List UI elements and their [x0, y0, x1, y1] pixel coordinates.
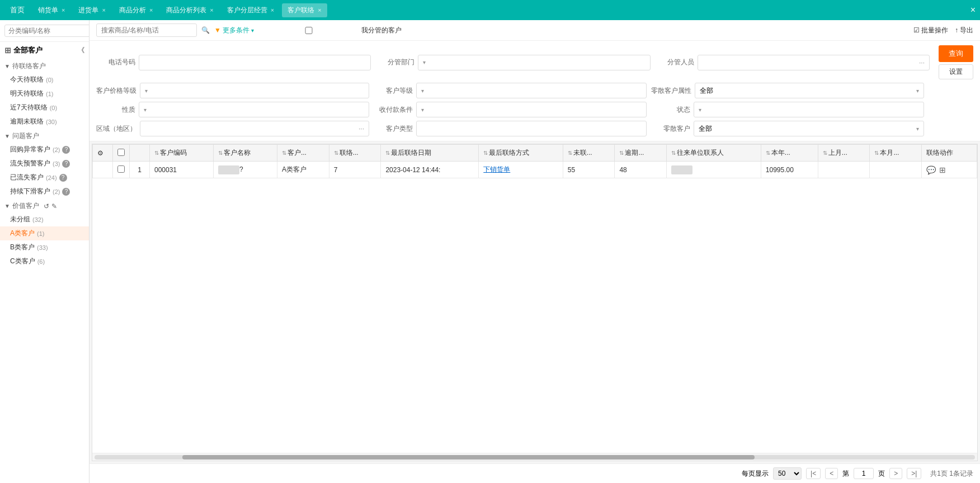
- sidebar: 🔍 ⊞ 全部客户 《 ▼ 待联络客户 今天待联络 (0) 明天待联络 (1) 近…: [0, 20, 89, 483]
- horizontal-scrollbar[interactable]: [92, 453, 977, 461]
- sidebar-item-tomorrow-pending[interactable]: 明天待联络 (1): [0, 87, 89, 101]
- nature-input[interactable]: ▾: [139, 102, 369, 117]
- close-analysis-tab-icon[interactable]: ×: [149, 7, 153, 13]
- refresh-icon[interactable]: ↺: [44, 202, 49, 210]
- col-header-contact[interactable]: ⇅联络...: [329, 145, 381, 162]
- col-header-name[interactable]: ⇅客户名称: [213, 145, 277, 162]
- close-all-tabs-icon[interactable]: ×: [970, 5, 976, 15]
- filter-price-level: 客户价格等级 ▾: [96, 83, 369, 98]
- phone-input[interactable]: [139, 55, 371, 70]
- first-page-btn[interactable]: |<: [806, 468, 821, 479]
- col-header-last-method[interactable]: ⇅最后联络方式: [479, 145, 563, 162]
- nav-tab-analysis[interactable]: 商品分析 ×: [114, 3, 158, 17]
- row-last-method[interactable]: 下销货单: [479, 162, 563, 178]
- more-conditions-btn[interactable]: ▼ 更多条件 ▾: [214, 26, 254, 35]
- sidebar-item-overdue-pending[interactable]: 逾期未联络 (30): [0, 115, 89, 129]
- pending-group-header[interactable]: ▼ 待联络客户: [0, 59, 89, 73]
- nav-tab-contact[interactable]: 客户联络 ×: [282, 3, 327, 17]
- nav-tab-analysis-list[interactable]: 商品分析列表 ×: [161, 3, 219, 17]
- retail-attr-input[interactable]: 全部 ▾: [695, 83, 924, 98]
- sidebar-item-unclassified[interactable]: 未分组 (32): [0, 212, 89, 226]
- settings-button[interactable]: 设置: [939, 64, 973, 79]
- status-input[interactable]: ▾: [694, 102, 924, 117]
- col-header-last-date[interactable]: ⇅最后联络日期: [381, 145, 479, 162]
- close-analysis-list-tab-icon[interactable]: ×: [210, 7, 213, 13]
- customer-type-input[interactable]: [416, 121, 647, 136]
- nav-tab-sales[interactable]: 销货单 ×: [32, 3, 70, 17]
- problem-group-header[interactable]: ▼ 问题客户: [0, 129, 89, 143]
- row-checkbox-cell[interactable]: [113, 162, 130, 178]
- manager-input[interactable]: ···: [698, 55, 930, 70]
- nav-tab-segmentation[interactable]: 客户分层经营 ×: [222, 3, 280, 17]
- export-btn[interactable]: ↑ 导出: [955, 26, 973, 35]
- last-method-link[interactable]: 下销货单: [483, 165, 510, 173]
- table-scroll-area[interactable]: ⚙ ⇅客户编码 ⇅客户名称 ⇅客户... ⇅联络... ⇅最后联络日期 ⇅最后联…: [92, 144, 977, 453]
- dropdown-arrow-icon: ▾: [251, 27, 254, 34]
- col-header-last-month[interactable]: ⇅上月...: [818, 145, 870, 162]
- my-customers-checkbox[interactable]: [258, 27, 359, 34]
- check-col-header[interactable]: [113, 145, 130, 162]
- all-customers-header[interactable]: ⊞ 全部客户 《: [0, 42, 89, 59]
- prev-page-btn[interactable]: <: [825, 468, 838, 479]
- customer-name-blurred: [218, 165, 239, 174]
- collapse-sidebar-icon[interactable]: 《: [78, 46, 84, 55]
- edit-icon[interactable]: ✎: [51, 202, 57, 210]
- col-header-no-contact[interactable]: ⇅未联...: [563, 145, 615, 162]
- per-page-select[interactable]: 50 100 200: [773, 467, 802, 480]
- sidebar-item-abnormal-repurchase[interactable]: 回购异常客户 (2) ?: [0, 143, 89, 157]
- sidebar-item-today-pending[interactable]: 今天待联络 (0): [0, 73, 89, 87]
- query-button[interactable]: 查询: [939, 45, 973, 62]
- row-code: 000031: [150, 162, 214, 178]
- sidebar-search-input[interactable]: [4, 25, 89, 37]
- region-input[interactable]: ···: [140, 121, 369, 136]
- next-page-btn[interactable]: >: [889, 468, 902, 479]
- region-more-icon: ···: [359, 125, 364, 132]
- search-input[interactable]: [96, 23, 197, 37]
- filter-row-4: 区域（地区） ··· 客户类型 零散客户 全部 ▾: [96, 121, 973, 136]
- last-page-btn[interactable]: >|: [907, 468, 921, 479]
- payment-label: 收付款条件: [374, 105, 413, 115]
- sidebar-item-class-b[interactable]: B类客户 (33): [0, 240, 89, 254]
- page-number-input[interactable]: 1: [854, 468, 874, 479]
- price-level-input[interactable]: ▾: [140, 83, 369, 98]
- close-sales-tab-icon[interactable]: ×: [62, 7, 65, 13]
- row-qr-icon[interactable]: ⊞: [939, 165, 946, 174]
- nav-home[interactable]: 首页: [4, 3, 30, 17]
- retail-customer-input[interactable]: 全部 ▾: [694, 121, 924, 136]
- search-icon[interactable]: 🔍: [201, 26, 210, 34]
- hscroll-thumb[interactable]: [182, 455, 755, 460]
- col-header-this-year[interactable]: ⇅本年...: [761, 145, 818, 162]
- value-group-header[interactable]: ▼ 价值客户 ↺ ✎: [0, 198, 89, 212]
- total-label: 共1页 1条记录: [930, 469, 973, 479]
- row-chat-icon[interactable]: 💬: [926, 165, 936, 174]
- sidebar-item-declining[interactable]: 持续下滑客户 (2) ?: [0, 184, 89, 198]
- col-header-code[interactable]: ⇅客户编码: [150, 145, 214, 162]
- close-purchase-tab-icon[interactable]: ×: [102, 7, 105, 13]
- filter-row-2: 客户价格等级 ▾ 客户等级 ▾ 零散客户属性 全部 ▾: [96, 83, 973, 98]
- sidebar-item-class-c[interactable]: C类客户 (6): [0, 254, 89, 268]
- sidebar-item-class-a[interactable]: A类客户 (1): [0, 226, 89, 240]
- col-header-this-month[interactable]: ⇅本月...: [870, 145, 922, 162]
- col-header-unit-contact[interactable]: ⇅往来单位联系人: [667, 145, 761, 162]
- customer-level-input[interactable]: ▾: [416, 83, 647, 98]
- gear-col-header[interactable]: ⚙: [93, 145, 113, 162]
- batch-ops-btn[interactable]: ☑ 批量操作: [913, 26, 948, 35]
- row-customer-level: A类客户: [277, 162, 329, 178]
- table-row: 1 000031 ? A类客户 7 2023-04-12 14:44: 下销货单…: [93, 162, 977, 178]
- dept-input[interactable]: ▾: [418, 55, 650, 70]
- close-contact-tab-icon[interactable]: ×: [318, 7, 321, 13]
- problem-arrow-icon: ▼: [4, 133, 10, 139]
- col-header-overdue[interactable]: ⇅逾期...: [615, 145, 667, 162]
- sidebar-item-churn-warning[interactable]: 流失预警客户 (3) ?: [0, 157, 89, 171]
- sidebar-item-churned[interactable]: 已流失客户 (24) ?: [0, 171, 89, 184]
- my-customers-checkbox-area[interactable]: 我分管的客户: [258, 26, 402, 35]
- col-header-level[interactable]: ⇅客户...: [277, 145, 329, 162]
- row-gear[interactable]: [93, 162, 113, 178]
- top-navigation: 首页 销货单 × 进货单 × 商品分析 × 商品分析列表 × 客户分层经营 × …: [0, 0, 980, 20]
- sidebar-item-7days-pending[interactable]: 近7天待联络 (0): [0, 101, 89, 115]
- close-segmentation-tab-icon[interactable]: ×: [271, 7, 274, 13]
- nav-tab-purchase[interactable]: 进货单 ×: [73, 3, 111, 17]
- select-all-checkbox[interactable]: [117, 149, 125, 156]
- row-checkbox[interactable]: [117, 165, 125, 173]
- payment-input[interactable]: ▾: [416, 102, 647, 117]
